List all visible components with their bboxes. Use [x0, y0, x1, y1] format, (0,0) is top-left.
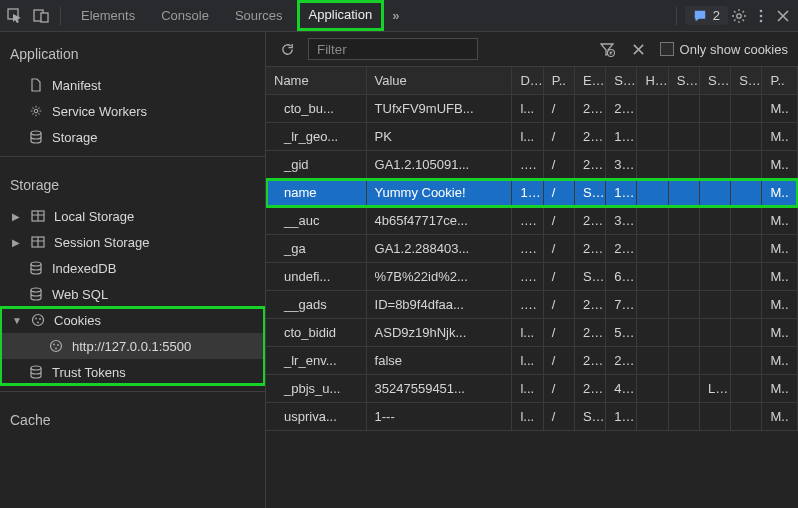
file-icon [28, 77, 44, 93]
sidebar-item-service-workers[interactable]: Service Workers [0, 98, 265, 124]
cell-s3 [699, 263, 730, 291]
col-name[interactable]: Name [266, 67, 366, 95]
cell-s1: 3... [606, 151, 637, 179]
cell-pr: M.. [762, 235, 798, 263]
cell-value: ID=8b9f4dfaa... [366, 291, 512, 319]
col-sameparty[interactable]: S.. [731, 67, 762, 95]
issues-indicator[interactable]: 2 [685, 6, 728, 25]
cell-pr: M.. [762, 123, 798, 151]
col-domain[interactable]: D.. [512, 67, 543, 95]
cell-name: __auc [266, 207, 366, 235]
clear-all-icon[interactable] [628, 38, 650, 60]
cell-s4 [731, 291, 762, 319]
sidebar-item-manifest[interactable]: Manifest [0, 72, 265, 98]
cell-h [637, 263, 668, 291]
table-row[interactable]: __auc4b65f47717ce......./2...3...M.. [266, 207, 798, 235]
table-icon [30, 208, 46, 224]
tab-console[interactable]: Console [149, 0, 221, 31]
device-toggle-icon[interactable] [30, 5, 52, 27]
table-row[interactable]: undefi...%7B%22id%2......./S...6...M.. [266, 263, 798, 291]
sidebar-item-session-storage[interactable]: ▶ Session Storage [0, 229, 265, 255]
only-show-cookies-toggle[interactable]: Only show cookies [660, 42, 788, 57]
cell-d: l... [512, 403, 543, 431]
cell-p: / [543, 291, 574, 319]
cell-name: __gads [266, 291, 366, 319]
table-row[interactable]: cto_bididASD9z19hNjk...l.../2...5...M.. [266, 319, 798, 347]
cell-p: / [543, 319, 574, 347]
svg-point-17 [51, 341, 62, 352]
more-tabs-icon[interactable]: » [386, 0, 405, 31]
cell-p: / [543, 375, 574, 403]
cell-s2 [668, 207, 699, 235]
cell-s2 [668, 235, 699, 263]
refresh-icon[interactable] [276, 38, 298, 60]
sidebar-item-cookies[interactable]: ▼ Cookies [0, 307, 265, 333]
cell-e: 2... [574, 235, 605, 263]
svg-point-7 [34, 109, 38, 113]
cell-h [637, 179, 668, 207]
sidebar-item-label: IndexedDB [52, 261, 116, 276]
cookie-icon [30, 312, 46, 328]
col-path[interactable]: P.. [543, 67, 574, 95]
cell-s1: 5... [606, 319, 637, 347]
sidebar-item-storage[interactable]: Storage [0, 124, 265, 150]
settings-icon[interactable] [728, 5, 750, 27]
col-size[interactable]: S.. [606, 67, 637, 95]
svg-point-5 [760, 14, 763, 17]
cell-pr: M.. [762, 319, 798, 347]
col-samesite[interactable]: S.. [699, 67, 730, 95]
table-row[interactable]: _lr_geo...PKl.../2...1...M.. [266, 123, 798, 151]
svg-point-3 [737, 13, 741, 17]
sidebar-item-trust-tokens[interactable]: Trust Tokens [0, 359, 265, 385]
section-storage: Storage [0, 163, 265, 203]
cell-s4 [731, 207, 762, 235]
col-priority[interactable]: P.. [762, 67, 798, 95]
database-icon [28, 286, 44, 302]
cell-s2 [668, 151, 699, 179]
tab-sources[interactable]: Sources [223, 0, 295, 31]
table-row[interactable]: _gaGA1.2.288403......./2...2...M.. [266, 235, 798, 263]
cell-pr: M.. [762, 179, 798, 207]
sidebar-item-label: Session Storage [54, 235, 149, 250]
cell-pr: M.. [762, 403, 798, 431]
tab-application[interactable]: Application [297, 0, 385, 31]
cell-p: / [543, 263, 574, 291]
sidebar-item-websql[interactable]: Web SQL [0, 281, 265, 307]
svg-point-4 [760, 9, 763, 12]
cell-value: 1--- [366, 403, 512, 431]
tab-elements[interactable]: Elements [69, 0, 147, 31]
cell-name: uspriva... [266, 403, 366, 431]
table-row[interactable]: cto_bu...TUfxFV9mUFB...l.../2...2...M.. [266, 95, 798, 123]
table-row[interactable]: _gidGA1.2.105091......./2...3...M.. [266, 151, 798, 179]
table-header: Name Value D.. P.. E.. S.. H.. S.. S.. S… [266, 67, 798, 95]
cell-name: _lr_env... [266, 347, 366, 375]
table-row[interactable]: uspriva...1---l.../S...1...M.. [266, 403, 798, 431]
clear-filter-icon[interactable] [596, 38, 618, 60]
col-secure[interactable]: S.. [668, 67, 699, 95]
svg-point-14 [35, 318, 37, 320]
table-row[interactable]: __gadsID=8b9f4dfaa......./2...7...M.. [266, 291, 798, 319]
table-row[interactable]: nameYummy Cookie!1.../S...1...M.. [266, 179, 798, 207]
filter-input[interactable] [308, 38, 478, 60]
cell-e: 2... [574, 151, 605, 179]
svg-point-18 [53, 344, 55, 346]
cell-s1: 1... [606, 123, 637, 151]
inspect-icon[interactable] [4, 5, 26, 27]
col-httponly[interactable]: H.. [637, 67, 668, 95]
cell-s2 [668, 403, 699, 431]
kebab-menu-icon[interactable] [750, 5, 772, 27]
table-row[interactable]: _lr_env...falsel.../2...2...M.. [266, 347, 798, 375]
col-expires[interactable]: E.. [574, 67, 605, 95]
sidebar-item-indexeddb[interactable]: IndexedDB [0, 255, 265, 281]
sidebar-item-local-storage[interactable]: ▶ Local Storage [0, 203, 265, 229]
cell-s4 [731, 263, 762, 291]
close-devtools-icon[interactable] [772, 5, 794, 27]
col-value[interactable]: Value [366, 67, 512, 95]
sidebar-item-cookie-origin[interactable]: http://127.0.0.1:5500 [0, 333, 265, 359]
cell-s4 [731, 151, 762, 179]
cell-name: _ga [266, 235, 366, 263]
table-row[interactable]: _pbjs_u...35247559451...l.../2...4...L..… [266, 375, 798, 403]
cell-s1: 1... [606, 403, 637, 431]
sidebar-item-label: Trust Tokens [52, 365, 126, 380]
cell-value: 4b65f47717ce... [366, 207, 512, 235]
